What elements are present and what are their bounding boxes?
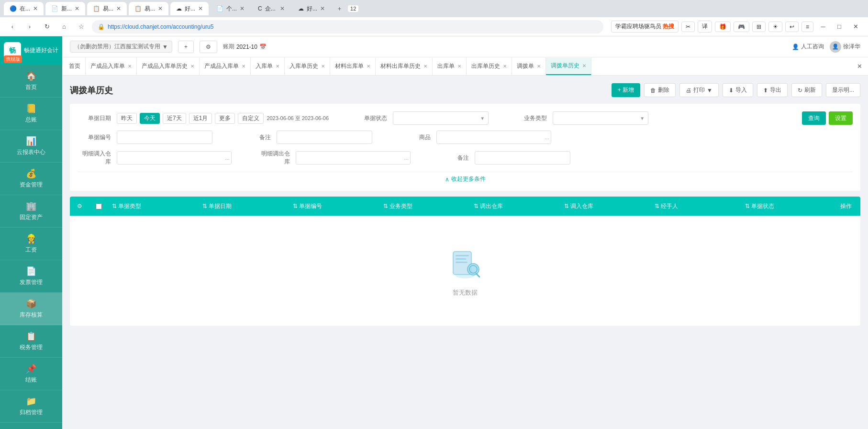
sidebar-item-tax[interactable]: 📋 税务管理 — [0, 325, 62, 358]
export-button[interactable]: ⬆ 导出 — [757, 83, 788, 97]
page-tab-3-close[interactable]: ✕ — [242, 64, 245, 69]
status-select[interactable] — [393, 111, 489, 125]
brightness-icon[interactable]: ☀ — [768, 22, 782, 32]
tab-bar-close-button[interactable]: ✕ — [853, 63, 866, 70]
page-tab-4[interactable]: 入库单 ✕ — [251, 58, 285, 75]
page-tab-6[interactable]: 材料出库单 ✕ — [330, 58, 376, 75]
collapse-button[interactable]: ∧ 收起更多条件 — [78, 172, 853, 183]
close-button[interactable]: ✕ — [849, 20, 862, 33]
page-tab-10[interactable]: 调拨单 ✕ — [512, 58, 546, 75]
minimize-button[interactable]: ─ — [816, 20, 830, 33]
tab-close[interactable]: ✕ — [240, 5, 245, 12]
th-out-warehouse[interactable]: ⇅ 调出仓库 — [470, 202, 560, 210]
tab-close[interactable]: ✕ — [198, 5, 203, 12]
page-tab-4-close[interactable]: ✕ — [276, 64, 279, 69]
sidebar-item-home[interactable]: 🏠 首页 — [0, 65, 62, 98]
detail-out-more-icon[interactable]: … — [404, 155, 409, 161]
bookmark-button[interactable]: ☆ — [75, 20, 88, 33]
search-bar[interactable]: 学霸应聘场驱鸟员 热搜 — [611, 21, 679, 33]
tab-close[interactable]: ✕ — [320, 5, 325, 12]
tab-close[interactable]: ✕ — [280, 5, 285, 12]
refresh-button[interactable]: ↻ — [40, 20, 54, 33]
page-tab-1[interactable]: 产成品入库单 ✕ — [86, 58, 137, 75]
sidebar-item-reports[interactable]: 📊 云报表中心 — [0, 130, 62, 163]
goods-input[interactable] — [436, 131, 551, 144]
sidebar-item-settings[interactable]: ⚙ 基础设置 — [0, 423, 62, 429]
detail-out-input[interactable] — [296, 151, 411, 165]
detail-remark-input[interactable] — [475, 151, 570, 165]
settings-org-button[interactable]: ⚙ — [200, 41, 217, 53]
tab-count-badge[interactable]: 12 — [348, 5, 358, 12]
add-org-button[interactable]: + — [178, 41, 194, 53]
detail-in-more-icon[interactable]: … — [225, 155, 230, 161]
more-date-button[interactable]: 更多 — [215, 113, 235, 124]
query-button[interactable]: 查询 — [802, 111, 826, 125]
goods-more-icon[interactable]: … — [545, 135, 549, 140]
forward-button[interactable]: › — [23, 20, 36, 33]
browser-tab-4[interactable]: 📋 易... ✕ — [129, 2, 168, 15]
1month-button[interactable]: 近1月 — [189, 113, 212, 124]
detail-in-input[interactable] — [117, 151, 232, 165]
delete-button[interactable]: 🗑 删除 — [644, 83, 676, 97]
tab-close[interactable]: ✕ — [75, 5, 79, 12]
th-handler[interactable]: ⇅ 经手人 — [651, 202, 741, 210]
page-tab-7-close[interactable]: ✕ — [423, 64, 427, 69]
print-button[interactable]: 🖨 打印 ▼ — [679, 83, 719, 97]
th-doc-no[interactable]: ⇅ 单据编号 — [289, 202, 379, 210]
ext-icon-2[interactable]: 🎮 — [734, 22, 749, 32]
page-tab-5-close[interactable]: ✕ — [321, 64, 325, 69]
page-tab-home[interactable]: 首页 — [64, 58, 86, 75]
tab-close[interactable]: ✕ — [33, 5, 38, 12]
browser-tab-6[interactable]: 📄 个... ✕ — [211, 2, 250, 15]
th-doc-type[interactable]: ⇅ 单据类型 — [108, 202, 199, 210]
page-tab-8-close[interactable]: ✕ — [457, 64, 461, 69]
remark-input[interactable] — [277, 131, 372, 144]
refresh-button[interactable]: ↻ 刷新 — [791, 83, 822, 97]
th-doc-date[interactable]: ⇅ 单据日期 — [199, 202, 289, 210]
docno-input[interactable] — [117, 131, 212, 144]
page-tab-11-close[interactable]: ✕ — [582, 63, 586, 68]
browser-tab-2[interactable]: 📄 新... ✕ — [45, 2, 85, 15]
th-biz-type[interactable]: ⇅ 业务类型 — [379, 202, 470, 210]
table-checkbox-all[interactable] — [89, 203, 108, 209]
maximize-button[interactable]: □ — [833, 20, 846, 33]
back-button[interactable]: ‹ — [6, 20, 19, 33]
sidebar-item-close[interactable]: 📌 结账 — [0, 358, 62, 390]
sidebar-item-payroll[interactable]: 👷 工资 — [0, 228, 62, 260]
custom-date-button[interactable]: 自定义 — [238, 113, 264, 124]
browser-tab-1[interactable]: 🔵 在... ✕ — [4, 2, 44, 15]
menu-icon[interactable]: ≡ — [801, 22, 813, 32]
service-button[interactable]: 👤 人工咨询 — [792, 43, 824, 51]
sidebar-item-inventory[interactable]: 📦 库存核算 — [0, 293, 62, 325]
sidebar-item-assets[interactable]: 🏢 固定资产 — [0, 195, 62, 228]
filter-settings-button[interactable]: 设置 — [829, 111, 853, 125]
sidebar-item-invoice[interactable]: 📄 发票管理 — [0, 260, 62, 293]
import-button[interactable]: ⬇ 导入 — [723, 83, 753, 97]
7days-button[interactable]: 近7天 — [163, 113, 186, 124]
browser-tab-7[interactable]: C 企... ✕ — [252, 2, 290, 15]
today-button[interactable]: 今天 — [140, 113, 160, 124]
tab-close[interactable]: ✕ — [116, 5, 121, 12]
yesterday-button[interactable]: 昨天 — [117, 113, 137, 124]
sidebar-item-funds[interactable]: 💰 资金管理 — [0, 163, 62, 195]
biztype-select[interactable] — [553, 111, 648, 125]
browser-tab-3[interactable]: 📋 易... ✕ — [87, 2, 127, 15]
address-bar[interactable]: 🔒 https://cloud.chanjet.com/accounting/u… — [92, 20, 603, 33]
th-in-warehouse[interactable]: ⇅ 调入仓库 — [560, 202, 651, 210]
page-tab-2-close[interactable]: ✕ — [190, 64, 194, 69]
page-tab-6-close[interactable]: ✕ — [367, 64, 370, 69]
tab-close[interactable]: ✕ — [158, 5, 163, 12]
new-tab-button[interactable]: ＋ — [333, 2, 346, 15]
th-doc-status[interactable]: ⇅ 单据状态 — [741, 202, 832, 210]
page-tab-8[interactable]: 出库单 ✕ — [433, 58, 467, 75]
page-tab-5[interactable]: 入库单历史 ✕ — [285, 58, 330, 75]
grid-icon[interactable]: ⊞ — [752, 22, 766, 32]
home-button[interactable]: ⌂ — [57, 20, 71, 33]
browser-tab-8[interactable]: ☁ 好... ✕ — [292, 2, 331, 15]
user-avatar[interactable]: 👤 徐泽华 — [830, 41, 860, 53]
sidebar-item-ledger[interactable]: 📒 总账 — [0, 98, 62, 130]
page-tab-10-close[interactable]: ✕ — [537, 64, 541, 69]
page-tab-9[interactable]: 出库单历史 ✕ — [467, 58, 512, 75]
page-tab-3[interactable]: 产成品入库单 ✕ — [200, 58, 251, 75]
page-tab-9-close[interactable]: ✕ — [503, 64, 507, 69]
